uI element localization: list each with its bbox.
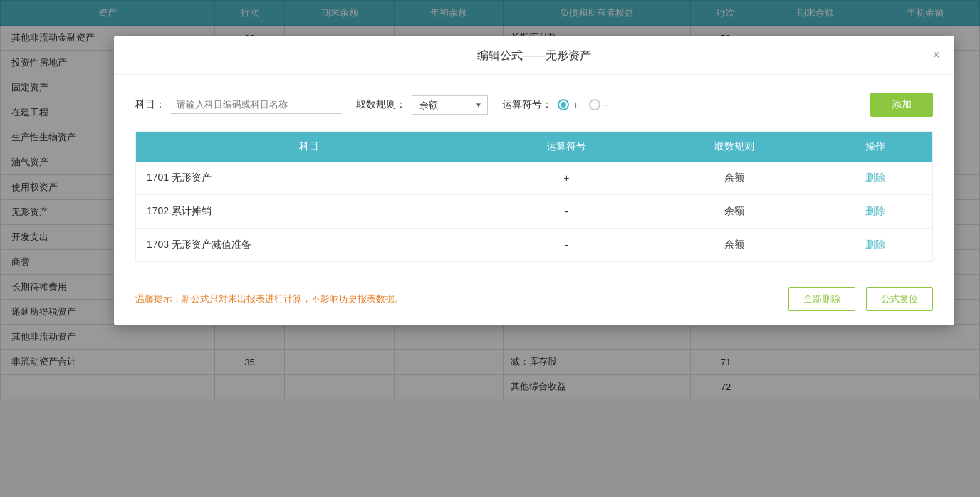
operator-plus-label: + bbox=[573, 99, 578, 110]
rule-label: 取数规则： bbox=[356, 98, 406, 111]
operator-minus-label: - bbox=[604, 99, 608, 110]
formula-operator: - bbox=[482, 195, 650, 229]
subject-input[interactable] bbox=[171, 95, 342, 114]
formula-subject: 1702 累计摊销 bbox=[136, 195, 483, 229]
modal-title: 编辑公式——无形资产 bbox=[477, 49, 591, 61]
modal-footer: 温馨提示：新公式只对未出报表进行计算，不影响历史报表数据。 全部删除 公式复位 bbox=[114, 276, 954, 325]
formula-rule: 余额 bbox=[650, 229, 818, 262]
formula-table: 科目运算符号取数规则操作 1701 无形资产+余额删除1702 累计摊销-余额删… bbox=[135, 131, 933, 262]
delete-row-button[interactable]: 删除 bbox=[865, 239, 885, 251]
formula-col-header: 运算符号 bbox=[482, 132, 650, 162]
formula-subject: 1703 无形资产减值准备 bbox=[136, 229, 483, 262]
operator-plus-radio[interactable]: + bbox=[558, 99, 578, 110]
formula-row: 1703 无形资产减值准备-余额删除 bbox=[136, 229, 933, 262]
edit-formula-modal: 编辑公式——无形资产 × 科目： 取数规则： 余额 借方发生额 贷方发生额 ▼ bbox=[114, 36, 954, 325]
rule-select[interactable]: 余额 借方发生额 贷方发生额 bbox=[412, 95, 488, 115]
formula-action: 删除 bbox=[818, 195, 932, 229]
formula-action: 删除 bbox=[818, 229, 932, 262]
formula-col-header: 科目 bbox=[136, 132, 483, 162]
subject-label: 科目： bbox=[135, 98, 165, 111]
operator-group: 运算符号： + - bbox=[502, 98, 608, 111]
operator-radio-group: + - bbox=[558, 99, 608, 110]
delete-row-button[interactable]: 删除 bbox=[865, 205, 885, 218]
formula-action: 删除 bbox=[818, 162, 932, 195]
rule-group: 取数规则： 余额 借方发生额 贷方发生额 ▼ bbox=[356, 95, 488, 115]
radio-unchecked-icon bbox=[589, 99, 600, 110]
operator-minus-radio[interactable]: - bbox=[589, 99, 608, 110]
formula-rule: 余额 bbox=[650, 162, 818, 195]
delete-row-button[interactable]: 删除 bbox=[865, 172, 885, 184]
operator-label: 运算符号： bbox=[502, 98, 552, 111]
modal-body: 科目： 取数规则： 余额 借方发生额 贷方发生额 ▼ 运算符号： bbox=[114, 75, 954, 276]
add-button[interactable]: 添加 bbox=[870, 93, 933, 117]
formula-col-header: 操作 bbox=[818, 132, 932, 162]
formula-row: 1702 累计摊销-余额删除 bbox=[136, 195, 933, 229]
close-button[interactable]: × bbox=[932, 48, 940, 61]
modal-header: 编辑公式——无形资产 × bbox=[114, 36, 954, 75]
formula-rule: 余额 bbox=[650, 195, 818, 229]
formula-operator: + bbox=[482, 162, 650, 195]
rule-select-wrap: 余额 借方发生额 贷方发生额 ▼ bbox=[412, 95, 488, 115]
delete-all-button[interactable]: 全部删除 bbox=[788, 287, 855, 311]
formula-form: 科目： 取数规则： 余额 借方发生额 贷方发生额 ▼ 运算符号： bbox=[135, 93, 933, 117]
formula-col-header: 取数规则 bbox=[650, 132, 818, 162]
subject-group: 科目： bbox=[135, 95, 342, 114]
formula-row: 1701 无形资产+余额删除 bbox=[136, 162, 933, 195]
reset-formula-button[interactable]: 公式复位 bbox=[866, 287, 933, 311]
formula-operator: - bbox=[482, 229, 650, 262]
footer-buttons: 全部删除 公式复位 bbox=[788, 287, 933, 311]
hint-text: 温馨提示：新公式只对未出报表进行计算，不影响历史报表数据。 bbox=[135, 293, 404, 305]
radio-checked-icon bbox=[558, 99, 569, 110]
formula-subject: 1701 无形资产 bbox=[136, 162, 483, 195]
